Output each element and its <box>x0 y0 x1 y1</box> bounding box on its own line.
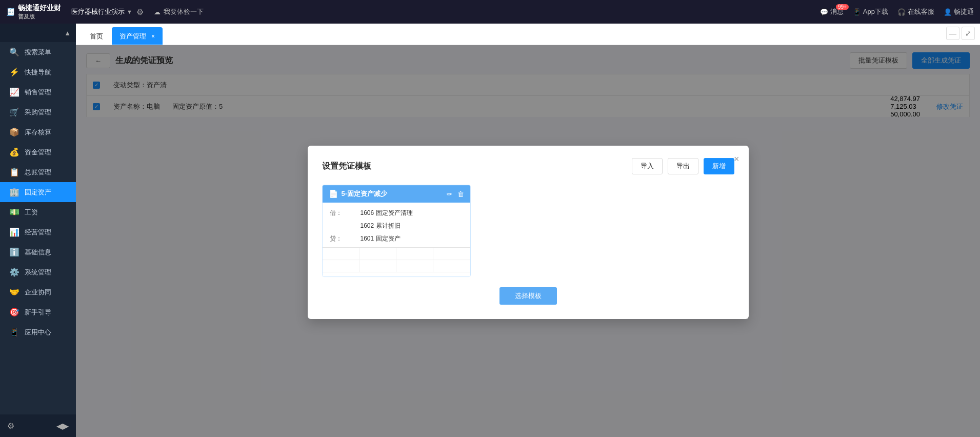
search-menu-icon: 🔍 <box>9 47 19 57</box>
sales-icon: 📈 <box>9 87 19 97</box>
sidebar-item-quick-nav[interactable]: ⚡ 快捷导航 <box>0 62 76 82</box>
sidebar-item-basic-info[interactable]: ℹ️ 基础信息 <box>0 242 76 262</box>
template-debit-value-1: 1606 固定资产清理 <box>361 209 413 217</box>
cloud-icon: ☁ <box>154 8 161 16</box>
grid-cell-3 <box>396 248 433 260</box>
template-edit-icon[interactable]: ✏ <box>447 190 452 198</box>
company-name: 医疗器械行业演示 <box>71 7 125 16</box>
select-template-button[interactable]: 选择模板 <box>499 287 557 305</box>
collapse-sidebar-icon[interactable]: ◀▶ <box>56 421 69 431</box>
tab-close-icon[interactable]: × <box>151 33 155 40</box>
sidebar-item-operations[interactable]: 📊 经营管理 <box>0 222 76 242</box>
grid-cell-5 <box>323 260 359 272</box>
set-voucher-template-modal: 设置凭证模板 导入 导出 新增 × 📄 5-固定资 <box>308 146 749 319</box>
sidebar-label-fixed-assets: 固定资产 <box>25 188 51 197</box>
template-debit-value-2: 1602 累计折旧 <box>361 222 401 230</box>
sidebar-item-fixed-assets[interactable]: 🏢 固定资产 <box>0 182 76 202</box>
sidebar-item-app-center[interactable]: 📱 应用中心 <box>0 322 76 342</box>
template-debit-label: 借： <box>330 209 361 217</box>
online-service-label: 在线客服 <box>908 7 934 16</box>
template-doc-icon: 📄 <box>329 189 338 198</box>
sidebar-item-ledger[interactable]: 📋 总账管理 <box>0 162 76 182</box>
sidebar-item-system[interactable]: ⚙️ 系统管理 <box>0 262 76 282</box>
sidebar-label-search: 搜索菜单 <box>25 48 51 57</box>
modal-header-actions: 导入 导出 新增 <box>632 158 734 174</box>
app-center-icon: 📱 <box>9 327 19 337</box>
app-logo: 🧾 畅捷通好业财 普及版 <box>6 4 61 21</box>
sidebar-scroll-up[interactable]: ▲ <box>64 29 71 37</box>
app-edition: 普及版 <box>18 13 61 21</box>
inventory-icon: 📦 <box>9 127 19 137</box>
template-title: 5-固定资产减少 <box>342 189 444 198</box>
sidebar-item-payroll[interactable]: 💵 工资 <box>0 202 76 222</box>
main-content: ← 生成的凭证预览 批量凭证模板 全部生成凭证 ✓ 变动类型：资产清 <box>76 45 980 437</box>
grid-cell-2 <box>359 248 396 260</box>
system-icon: ⚙️ <box>9 267 19 277</box>
new-template-button[interactable]: 新增 <box>704 158 734 174</box>
grid-row-1 <box>323 248 470 260</box>
export-button[interactable]: 导出 <box>668 158 698 174</box>
app-download-label: App下载 <box>863 7 888 16</box>
settings-bottom-icon[interactable]: ⚙ <box>7 421 14 431</box>
experience-button[interactable]: ☁ 我要体验一下 <box>154 7 204 16</box>
messages-button[interactable]: 💬 消息 99+ <box>820 7 844 16</box>
tab-asset-management[interactable]: 资产管理 × <box>112 27 163 45</box>
user-menu[interactable]: 👤 畅捷通 <box>944 7 974 16</box>
template-card-body: 借： 1606 固定资产清理 1602 累计折旧 贷： 1601 固定资产 <box>323 203 470 276</box>
sidebar-label-operations: 经营管理 <box>25 228 51 237</box>
user-avatar-icon: 👤 <box>944 8 952 16</box>
sidebar-label-enterprise: 企业协同 <box>25 288 51 297</box>
sidebar-label-ledger: 总账管理 <box>25 168 51 177</box>
minimize-button[interactable]: — <box>946 27 959 40</box>
template-card-header: 📄 5-固定资产减少 ✏ 🗑 <box>323 185 470 203</box>
sidebar-label-beginner: 新手引导 <box>25 308 51 317</box>
tab-home[interactable]: 首页 <box>82 27 111 45</box>
sidebar-top: ▲ <box>0 24 76 42</box>
basic-info-icon: ℹ️ <box>9 247 19 257</box>
template-area: 📄 5-固定资产减少 ✏ 🗑 借： 1606 固定资产清理 <box>322 185 734 277</box>
service-icon: 🎧 <box>897 8 906 16</box>
sidebar-item-sales[interactable]: 📈 销售管理 <box>0 82 76 102</box>
sidebar-label-quick-nav: 快捷导航 <box>25 68 51 77</box>
online-service-button[interactable]: 🎧 在线客服 <box>897 7 934 16</box>
template-card-1: 📄 5-固定资产减少 ✏ 🗑 借： 1606 固定资产清理 <box>322 185 471 277</box>
maximize-button[interactable]: ⤢ <box>962 27 975 40</box>
modal-header: 设置凭证模板 导入 导出 新增 × <box>322 158 734 174</box>
settings-icon[interactable]: ⚙ <box>136 7 144 17</box>
sidebar-item-inventory[interactable]: 📦 库存核算 <box>0 122 76 142</box>
operations-icon: 📊 <box>9 227 19 237</box>
messages-badge: 99+ <box>836 4 849 10</box>
app-download-button[interactable]: 📱 App下载 <box>853 7 888 16</box>
template-empty-label <box>330 222 361 230</box>
sidebar-item-enterprise[interactable]: 🤝 企业协同 <box>0 282 76 302</box>
sidebar-scroll: 🔍 搜索菜单 ⚡ 快捷导航 📈 销售管理 🛒 采购管理 📦 库存核算 <box>0 42 76 414</box>
app-name: 畅捷通好业财 <box>18 4 61 13</box>
tab-asset-label: 资产管理 <box>119 32 146 41</box>
sidebar-label-payroll: 工资 <box>25 208 38 217</box>
template-credit-label: 贷： <box>330 234 361 243</box>
modal-close-button[interactable]: × <box>734 154 739 165</box>
grid-cell-1 <box>323 248 359 260</box>
sidebar: ▲ 🔍 搜索菜单 ⚡ 快捷导航 📈 销售管理 🛒 采购管理 <box>0 24 76 437</box>
select-btn-area: 选择模板 <box>322 287 734 305</box>
company-selector[interactable]: 医疗器械行业演示 ▼ <box>71 7 132 16</box>
quick-nav-icon: ⚡ <box>9 67 19 77</box>
user-name: 畅捷通 <box>954 7 974 16</box>
experience-label: 我要体验一下 <box>164 7 204 16</box>
sidebar-item-beginner[interactable]: 🎯 新手引导 <box>0 302 76 322</box>
sidebar-label-app-center: 应用中心 <box>25 328 51 337</box>
sidebar-label-inventory: 库存核算 <box>25 128 51 137</box>
import-button[interactable]: 导入 <box>632 158 663 174</box>
sidebar-label-basic-info: 基础信息 <box>25 248 51 257</box>
fixed-assets-icon: 🏢 <box>9 187 19 197</box>
template-delete-icon[interactable]: 🗑 <box>457 190 464 198</box>
sidebar-item-funds[interactable]: 💰 资金管理 <box>0 142 76 162</box>
sidebar-label-sales: 销售管理 <box>25 88 51 97</box>
grid-cell-8 <box>433 260 470 272</box>
top-bar-right: 💬 消息 99+ 📱 App下载 🎧 在线客服 👤 畅捷通 <box>820 7 974 16</box>
sidebar-item-search[interactable]: 🔍 搜索菜单 <box>0 42 76 62</box>
sidebar-item-purchase[interactable]: 🛒 采购管理 <box>0 102 76 122</box>
download-icon: 📱 <box>853 8 861 16</box>
template-line-3: 贷： 1601 固定资产 <box>323 232 470 245</box>
logo-icon: 🧾 <box>6 8 15 16</box>
